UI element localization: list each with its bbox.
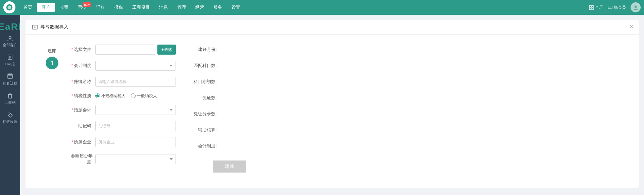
tax-small-option[interactable]: 小规模纳税人 xyxy=(95,93,126,99)
info-accounting-label: 会计制度: xyxy=(189,143,219,149)
info-month-label: 建账月份: xyxy=(189,47,219,53)
nav-item-ticket[interactable]: 票据 new xyxy=(73,3,91,12)
accounting-system-select[interactable] xyxy=(95,61,176,71)
nav-item-manage[interactable]: 管理 xyxy=(172,3,191,12)
step-circle: 1 xyxy=(46,57,58,69)
nav-item-home[interactable]: 首页 xyxy=(19,3,37,12)
info-row-match: 匹配科目数: xyxy=(189,61,270,71)
accountant-label: 指派会计: xyxy=(68,107,95,113)
info-aux-label: 辅助核算: xyxy=(189,127,219,133)
svg-point-15 xyxy=(9,114,10,115)
accounting-system-row: 会计制度: xyxy=(68,61,176,71)
step-indicator: 建账 1 xyxy=(46,45,58,173)
accountant-row: 指派会计: xyxy=(68,105,176,115)
ledger-name-label: 账簿名称: xyxy=(68,79,95,85)
avatar[interactable] xyxy=(631,2,641,12)
reference-year-select[interactable] xyxy=(95,154,176,164)
browse-button[interactable]: +浏览 xyxy=(157,45,176,55)
svg-rect-3 xyxy=(589,8,591,9)
dialog-close-button[interactable]: × xyxy=(630,23,633,30)
tax-type-label: 纳税性质: xyxy=(68,93,95,99)
reference-year-label: 参照历史年度: xyxy=(68,153,95,165)
customers-icon xyxy=(7,35,13,42)
right-info: 建账月份: 匹配科目数: 科目期初数: 凭证数: xyxy=(176,45,270,173)
tax-general-label: 一般纳税人 xyxy=(137,93,157,99)
vip-button[interactable]: 畅会员 xyxy=(608,5,626,10)
nav-item-tax[interactable]: 报税 xyxy=(109,3,128,12)
nav-item-charge[interactable]: 收费 xyxy=(55,3,73,12)
accountant-select[interactable] xyxy=(95,105,176,115)
info-row-aux: 辅助核算: xyxy=(189,125,270,135)
info-voucher-entries-label: 凭证分录数: xyxy=(189,111,219,117)
ledger-name-input[interactable] xyxy=(95,77,176,87)
new-badge: new xyxy=(83,2,91,7)
fullscreen-label: 全屏 xyxy=(595,5,603,10)
info-row-accounting: 会计制度: xyxy=(189,141,270,151)
svg-rect-12 xyxy=(8,74,12,78)
main-layout: EaRP 全部客户 0申报 xyxy=(0,15,644,195)
sidebar-label-zero-declare: 0申报 xyxy=(5,62,15,66)
nav-right: 全屏 畅会员 xyxy=(589,2,641,12)
nav-item-customer[interactable]: 客户 xyxy=(37,3,55,12)
info-row-subject-init: 科目期初数: xyxy=(189,77,270,87)
sidebar-label-all-customers: 全部客户 xyxy=(3,43,17,47)
content-area: 导爷数据导入 × 建账 1 选择文件: xyxy=(20,15,644,195)
accounting-system-label: 会计制度: xyxy=(68,63,95,69)
svg-rect-5 xyxy=(608,6,612,9)
svg-rect-4 xyxy=(592,8,593,9)
tax-small-radio[interactable] xyxy=(95,93,100,98)
tax-general-radio[interactable] xyxy=(131,93,136,98)
nav-item-settings[interactable]: 设置 xyxy=(227,3,245,12)
left-form: 选择文件: +浏览 会计制度: xyxy=(68,45,176,173)
svg-point-6 xyxy=(635,6,637,8)
memo-code-row: 助记码: xyxy=(68,121,176,131)
sidebar: EaRP 全部客户 0申报 xyxy=(0,15,20,195)
memo-code-input[interactable] xyxy=(95,121,176,131)
file-input-group: +浏览 xyxy=(95,45,176,55)
nav-item-message[interactable]: 消息 xyxy=(154,3,172,12)
fullscreen-button[interactable]: 全屏 xyxy=(589,5,603,10)
sidebar-item-recycle[interactable]: 回收站 xyxy=(0,89,20,108)
import-icon xyxy=(32,24,38,30)
tax-small-label: 小规模纳税人 xyxy=(101,93,126,99)
create-btn-area: 建账 xyxy=(189,157,270,173)
sidebar-item-account-migrate[interactable]: 账套迁移 xyxy=(0,70,20,89)
logo[interactable] xyxy=(3,1,15,13)
migrate-icon xyxy=(7,73,13,80)
sidebar-label-account-migrate: 账套迁移 xyxy=(3,81,17,85)
belongs-company-label: 所属企业: xyxy=(68,139,95,145)
svg-rect-2 xyxy=(592,5,593,7)
info-voucher-count-label: 凭证数: xyxy=(189,95,219,101)
info-row-voucher-entries: 凭证分录数: xyxy=(189,109,270,119)
svg-rect-1 xyxy=(589,5,591,7)
nav-item-bookkeep[interactable]: 记账 xyxy=(91,3,109,12)
dialog-panel: 导爷数据导入 × 建账 1 选择文件: xyxy=(26,20,639,188)
tax-type-row: 纳税性质: 小规模纳税人 一般纳税人 xyxy=(68,93,176,99)
nav-items: 首页 客户 收费 票据 new 记账 报税 工商项目 消息 管理 经营 服务 设… xyxy=(19,3,589,12)
nav-item-bizproject[interactable]: 工商项目 xyxy=(128,3,154,12)
belongs-company-input[interactable] xyxy=(95,137,176,147)
sidebar-item-all-customers[interactable]: 全部客户 xyxy=(0,31,20,51)
create-account-button[interactable]: 建账 xyxy=(213,160,246,173)
nav-item-operation[interactable]: 经营 xyxy=(191,3,209,12)
vip-label: 畅会员 xyxy=(614,5,626,10)
tax-type-radio-group: 小规模纳税人 一般纳税人 xyxy=(95,93,176,99)
recycle-icon xyxy=(7,92,13,99)
nav-item-service[interactable]: 服务 xyxy=(209,3,227,12)
sidebar-item-tag-settings[interactable]: 标签设置 xyxy=(0,108,20,127)
tax-general-option[interactable]: 一般纳税人 xyxy=(131,93,157,99)
file-input[interactable] xyxy=(95,45,155,55)
tag-icon xyxy=(7,112,13,118)
ledger-name-row: 账簿名称: xyxy=(68,77,176,87)
file-row: 选择文件: +浏览 xyxy=(68,45,176,55)
step-label: 建账 xyxy=(48,48,56,54)
top-nav: 首页 客户 收费 票据 new 记账 报税 工商项目 消息 管理 经营 服务 设… xyxy=(0,0,644,15)
form-area: 建账 1 选择文件: +浏览 会计制度: xyxy=(26,35,639,183)
file-label: 选择文件: xyxy=(68,47,95,53)
dialog-header: 导爷数据导入 × xyxy=(26,20,639,35)
sidebar-item-zero-declare[interactable]: 0申报 xyxy=(0,51,20,70)
reference-year-row: 参照历史年度: xyxy=(68,153,176,165)
memo-code-label: 助记码: xyxy=(68,123,95,129)
sidebar-label-recycle: 回收站 xyxy=(5,101,16,105)
info-row-month: 建账月份: xyxy=(189,45,270,55)
